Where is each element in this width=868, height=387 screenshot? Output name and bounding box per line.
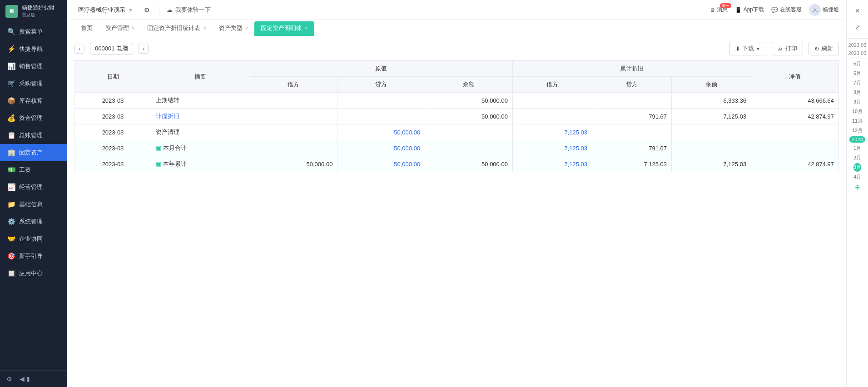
sidebar-icon-sales: 📊 bbox=[7, 62, 15, 70]
tab-3[interactable]: 资产类型× bbox=[213, 20, 254, 37]
prev-asset-btn[interactable]: ‹ bbox=[74, 44, 84, 54]
rp-month-7月[interactable]: 7月 bbox=[852, 78, 863, 88]
table-row: 2023-03 ▣本月合计 50,000.00 7,125.03 791.67 bbox=[75, 140, 839, 156]
sidebar-label-inventory: 库存核算 bbox=[19, 97, 43, 105]
rp-month-9月[interactable]: 9月 bbox=[852, 97, 863, 107]
avatar: 人 bbox=[809, 4, 821, 16]
table-row: 2023-03 资产清理 50,000.00 7,125.03 bbox=[75, 124, 839, 140]
settings-icon[interactable]: ⚙ bbox=[6, 375, 12, 382]
tab-close-4[interactable]: × bbox=[305, 25, 308, 31]
gear-icon[interactable]: ⚙ bbox=[142, 5, 152, 15]
row-desc: ▣本月合计 bbox=[151, 140, 250, 156]
rp-month-3月[interactable]: 3月 bbox=[853, 163, 861, 172]
next-asset-btn[interactable]: › bbox=[139, 44, 149, 54]
sidebar-label-apps: 应用中心 bbox=[19, 269, 43, 278]
sidebar-item-fixed[interactable]: 🏢固定资产 bbox=[0, 144, 67, 161]
tab-1[interactable]: 资产管理× bbox=[99, 20, 141, 37]
print-btn[interactable]: 🖨 打印 bbox=[772, 42, 803, 55]
rp-month-12月[interactable]: 12月 bbox=[852, 126, 863, 135]
rp-year-label2: 2023.03 bbox=[847, 50, 868, 59]
service-btn[interactable]: 💬 在线客服 bbox=[771, 6, 802, 14]
tab-4[interactable]: 固定资产明细账× bbox=[254, 21, 314, 36]
download-app-btn[interactable]: 📱 App下载 bbox=[735, 6, 764, 14]
row-acc-balance: 6,333.36 bbox=[672, 93, 751, 109]
sidebar-icon-search: 🔍 bbox=[7, 28, 15, 36]
messages-btn[interactable]: 🖥 消息 99+ bbox=[709, 6, 728, 14]
row-yv-debit bbox=[250, 124, 337, 140]
experience-btn[interactable]: ☁ 我要体验一下 bbox=[167, 6, 211, 14]
data-table-wrap: 日期 摘要 原值 累计折旧 净值 借方 贷方 余额 借方 贷方 余额 bbox=[67, 60, 846, 387]
row-acc-credit: 791.67 bbox=[592, 140, 671, 156]
rp-month-1月[interactable]: 1月 bbox=[852, 144, 863, 153]
sidebar-item-sales[interactable]: 📊销售管理 bbox=[0, 58, 67, 75]
sidebar-item-operation[interactable]: 📈经营管理 bbox=[0, 179, 67, 196]
refresh-btn[interactable]: ↻ 刷新 bbox=[808, 42, 839, 55]
row-yv-debit bbox=[250, 140, 337, 156]
sidebar-label-salary: 工资 bbox=[19, 166, 31, 174]
row-yv-balance: 50,000.00 bbox=[425, 109, 513, 124]
row-date: 2023-03 bbox=[75, 109, 151, 124]
sidebar-item-salary[interactable]: 💵工资 bbox=[0, 161, 67, 179]
sidebar-item-collab[interactable]: 🤝企业协同 bbox=[0, 230, 67, 248]
sidebar-item-search[interactable]: 🔍搜索菜单 bbox=[0, 23, 67, 40]
year-badge: 2023 bbox=[849, 136, 865, 143]
rp-month-4月[interactable]: 4月 bbox=[852, 172, 863, 182]
message-icon: 🖥 bbox=[709, 7, 715, 13]
row-yv-debit bbox=[250, 93, 337, 109]
toolbar-actions: ⬇ 下载 ▼ 🖨 打印 ↻ 刷新 bbox=[729, 42, 839, 55]
rp-month-11月[interactable]: 11月 bbox=[852, 116, 863, 126]
row-yv-credit: 50,000.00 bbox=[337, 156, 425, 172]
row-yv-balance: 50,000.00 bbox=[425, 156, 513, 172]
sidebar-item-guide[interactable]: 🎯新手引导 bbox=[0, 248, 67, 265]
sidebar-item-purchase[interactable]: 🛒采购管理 bbox=[0, 75, 67, 92]
rp-month-2月[interactable]: 2月 bbox=[852, 153, 863, 163]
row-net: 42,874.97 bbox=[751, 156, 839, 172]
sidebar-icon-operation: 📈 bbox=[7, 183, 15, 191]
col-acc-balance: 余额 bbox=[672, 77, 751, 93]
row-yv-balance bbox=[425, 124, 513, 140]
sidebar-icon-ledger: 📋 bbox=[7, 131, 15, 139]
row-yv-balance bbox=[425, 140, 513, 156]
row-acc-debit: 7,125.03 bbox=[512, 140, 592, 156]
row-yv-credit: 50,000.00 bbox=[337, 140, 425, 156]
tab-close-3[interactable]: × bbox=[245, 25, 248, 31]
table-row: 2023-03 上期结转 50,000.00 6,333.36 43,666.6… bbox=[75, 93, 839, 109]
topbar-right: 🖥 消息 99+ 📱 App下载 💬 在线客服 人 畅捷通 bbox=[709, 4, 839, 16]
detail-toolbar: ‹ 000001 电脑 › ⬇ 下载 ▼ 🖨 打印 ↻ 刷新 bbox=[67, 37, 846, 60]
expand-panel-btn[interactable]: ⤢ bbox=[850, 20, 865, 35]
topbar-divider bbox=[159, 5, 159, 15]
company-selector[interactable]: 医疗器械行业演示 ▼ bbox=[74, 4, 137, 16]
rp-scroll-down[interactable]: ⊕ bbox=[855, 184, 860, 191]
close-panel-btn[interactable]: ✕ bbox=[850, 4, 865, 18]
rp-month-5月[interactable]: 5月 bbox=[852, 59, 863, 69]
sidebar-item-ledger[interactable]: 📋总账管理 bbox=[0, 127, 67, 144]
row-acc-debit: 7,125.03 bbox=[512, 124, 592, 140]
rp-month-8月[interactable]: 8月 bbox=[852, 88, 863, 97]
sidebar-label-sales: 销售管理 bbox=[19, 62, 43, 70]
col-acc-debit: 借方 bbox=[512, 77, 592, 93]
sidebar-item-capital[interactable]: 💰资金管理 bbox=[0, 109, 67, 127]
row-date: 2023-03 bbox=[75, 156, 151, 172]
tab-2[interactable]: 固定资产折旧统计表× bbox=[141, 20, 212, 37]
user-area[interactable]: 人 畅捷通 bbox=[809, 4, 839, 16]
tab-close-2[interactable]: × bbox=[203, 25, 206, 31]
rp-month-10月[interactable]: 10月 bbox=[852, 107, 863, 116]
sidebar-item-base[interactable]: 📁基础信息 bbox=[0, 196, 67, 213]
rp-month-6月[interactable]: 6月 bbox=[852, 69, 863, 78]
col-yv-credit: 贷方 bbox=[337, 77, 425, 93]
content-area: ‹ 000001 电脑 › ⬇ 下载 ▼ 🖨 打印 ↻ 刷新 bbox=[67, 37, 846, 387]
download-btn[interactable]: ⬇ 下载 ▼ bbox=[729, 42, 766, 55]
rp-year-label1: 2023.03 bbox=[848, 40, 868, 50]
collapse-icon[interactable]: ◀ ▮ bbox=[20, 375, 30, 382]
sidebar-item-inventory[interactable]: 📦库存核算 bbox=[0, 92, 67, 109]
sidebar-item-quicknav[interactable]: ⚡快捷导航 bbox=[0, 40, 67, 58]
row-desc: 计提折旧 bbox=[151, 109, 250, 124]
row-date: 2023-03 bbox=[75, 140, 151, 156]
tab-0[interactable]: 首页 bbox=[74, 20, 99, 37]
col-desc: 摘要 bbox=[151, 61, 250, 93]
sidebar-label-ledger: 总账管理 bbox=[19, 131, 43, 139]
tab-close-1[interactable]: × bbox=[132, 25, 134, 31]
row-yv-credit bbox=[337, 109, 425, 124]
sidebar-item-system[interactable]: ⚙️系统管理 bbox=[0, 213, 67, 230]
sidebar-item-apps[interactable]: 🔲应用中心 bbox=[0, 265, 67, 282]
